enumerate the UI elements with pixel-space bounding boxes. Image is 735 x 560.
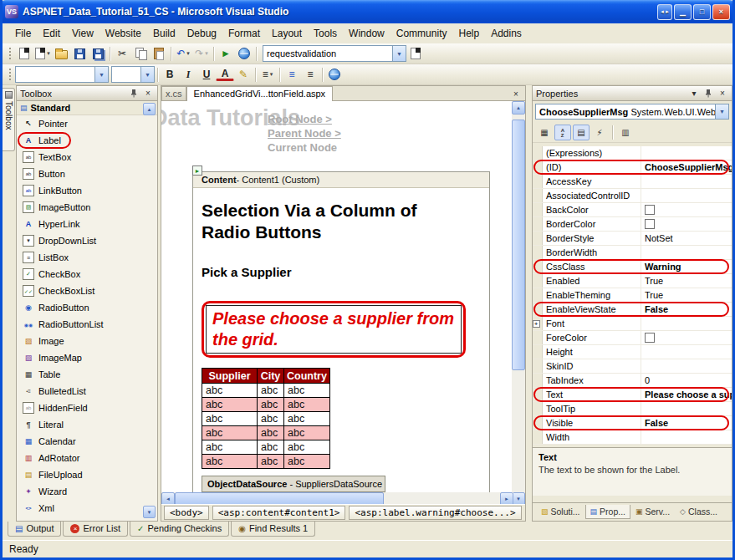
chevron-down-icon[interactable]: ▾	[688, 88, 700, 99]
property-row-enableviewstate[interactable]: EnableViewStateFalse	[533, 303, 732, 317]
property-row-forecolor[interactable]: ForeColor	[533, 331, 732, 345]
menu-community[interactable]: Community	[390, 25, 453, 42]
scroll-up-icon[interactable]: ▲	[512, 101, 525, 115]
underline-button[interactable]: U	[197, 66, 216, 84]
toolbox-scroll-up-icon[interactable]: ▲	[143, 103, 156, 115]
toolbox-item-button[interactable]: abButton	[17, 165, 157, 182]
toolbox-item-image[interactable]: ▨Image	[17, 333, 157, 349]
toolbox-side-tab[interactable]: Toolbox	[3, 88, 15, 151]
close-icon[interactable]: ×	[142, 88, 154, 99]
property-row-skinid[interactable]: SkinID	[533, 359, 732, 374]
toolbox-item-bulletedlist[interactable]: •≡BulletedList	[17, 383, 157, 400]
toolbox-item-checkboxlist[interactable]: ✓✓CheckBoxList	[17, 283, 157, 299]
property-value[interactable]	[641, 333, 732, 343]
toolbox-item-label[interactable]: ALabel	[17, 132, 157, 149]
toolbox-item-wizard[interactable]: ✦Wizard	[17, 483, 157, 500]
property-value[interactable]	[641, 205, 732, 215]
warning-label[interactable]: Please choose a supplier from the grid.	[206, 305, 462, 354]
vertical-scroll-thumb[interactable]	[512, 120, 525, 370]
find-options-button[interactable]	[406, 45, 425, 63]
tag-path-asp-content-content1[interactable]: <asp:content#content1>	[212, 506, 346, 520]
menu-edit[interactable]: Edit	[37, 25, 66, 42]
toolbox-group-standard[interactable]: ▤ Standard	[17, 101, 157, 115]
bulleted-list-button[interactable]: ≡	[301, 66, 319, 84]
toolbox-item-linkbutton[interactable]: abLinkButton	[17, 182, 157, 199]
property-row-text[interactable]: TextPlease choose a suppli	[533, 388, 732, 402]
toolbox-item-dropdownlist[interactable]: ▾DropDownList	[17, 232, 157, 249]
property-row-id[interactable]: (ID)ChooseSupplierMsg	[533, 160, 732, 175]
cut-button[interactable]: ✂	[113, 45, 131, 63]
property-row-backcolor[interactable]: BackColor	[533, 203, 732, 217]
property-row-visible[interactable]: VisibleFalse	[533, 416, 732, 430]
pin-icon[interactable]	[128, 88, 140, 99]
toolbox-item-calendar[interactable]: ▦Calendar	[17, 433, 157, 450]
toolbox-item-textbox[interactable]: abTextBox	[17, 149, 157, 165]
property-row-bordercolor[interactable]: BorderColor	[533, 217, 732, 232]
tab-find-results-1[interactable]: ◉Find Results 1	[231, 522, 315, 537]
toolbox-item-hyperlink[interactable]: AHyperLink	[17, 216, 157, 232]
suppliers-gridview[interactable]: SupplierCityCountry abcabcabcabcabcabcab…	[202, 368, 330, 469]
toolbox-item-radiobuttonlist[interactable]: ◉◉RadioButtonList	[17, 316, 157, 333]
maximize-button[interactable]: □	[693, 4, 711, 20]
alphabetical-sort-icon[interactable]: AZ	[554, 125, 571, 140]
tab-code-file[interactable]: x.cs	[161, 86, 186, 100]
menu-layout[interactable]: Layout	[266, 25, 308, 42]
tab-class[interactable]: ◇Class...	[675, 504, 722, 519]
menu-help[interactable]: Help	[452, 25, 485, 42]
property-row-accesskey[interactable]: AccessKey	[533, 175, 732, 189]
events-lightning-icon[interactable]: ⚡	[591, 125, 608, 140]
property-value[interactable]: ChooseSupplierMsg	[641, 162, 732, 172]
combo-dropdown-icon[interactable]: ▼	[140, 67, 154, 82]
undo-button[interactable]: ↶▾	[174, 45, 192, 63]
property-row-cssclass[interactable]: CssClassWarning	[533, 260, 732, 274]
start-debug-button[interactable]: ►	[217, 45, 235, 63]
combo-dropdown-icon[interactable]: ▼	[715, 104, 728, 119]
categorized-icon[interactable]: ▦	[536, 125, 553, 140]
properties-view-icon[interactable]: ▤	[573, 125, 590, 140]
toolbox-item-literal[interactable]: ¶Literal	[17, 416, 157, 433]
objectdatasource-control[interactable]: ObjectDataSource - SuppliersDataSource	[202, 476, 385, 492]
property-value[interactable]: False	[641, 418, 732, 428]
menu-tools[interactable]: Tools	[308, 25, 343, 42]
font-color-button[interactable]: A	[216, 68, 234, 81]
menu-build[interactable]: Build	[147, 25, 181, 42]
property-row-associatedcontrolid[interactable]: AssociatedControlID	[533, 189, 732, 203]
toolbox-item-checkbox[interactable]: ✓CheckBox	[17, 266, 157, 283]
window-switch-button[interactable]: ◄►	[657, 4, 672, 20]
tab-serv[interactable]: ▣Serv...	[630, 504, 675, 519]
paste-button[interactable]	[150, 45, 168, 63]
toolbox-item-table[interactable]: ▦Table	[17, 366, 157, 383]
property-row-borderwidth[interactable]: BorderWidth	[533, 246, 732, 260]
toolbox-item-adrotator[interactable]: ▥AdRotator	[17, 450, 157, 466]
combo-dropdown-icon[interactable]: ▼	[94, 67, 108, 82]
property-value[interactable]: NotSet	[641, 233, 732, 243]
toolbox-item-listbox[interactable]: ≡ListBox	[17, 249, 157, 266]
add-item-button[interactable]: ▾	[33, 45, 52, 63]
property-value[interactable]: Please choose a suppli	[641, 389, 732, 400]
property-row-font[interactable]: +Font	[533, 317, 732, 331]
toolbox-header[interactable]: Toolbox ×	[17, 86, 157, 101]
property-pages-icon[interactable]: ▥	[617, 125, 634, 140]
toolbox-item-imagemap[interactable]: ▨ImageMap	[17, 349, 157, 366]
toolbar-grip[interactable]	[8, 68, 12, 82]
tab-error-list[interactable]: ×Error List	[63, 522, 128, 537]
menu-view[interactable]: View	[66, 25, 100, 42]
toolbox-item-xml[interactable]: <>Xml	[17, 500, 157, 517]
open-file-button[interactable]	[52, 45, 70, 63]
save-button[interactable]	[70, 45, 89, 63]
font-size-combo[interactable]: ▼	[111, 66, 155, 83]
save-all-button[interactable]	[89, 45, 107, 63]
browse-button[interactable]	[235, 45, 253, 63]
menu-addins[interactable]: Addins	[485, 25, 528, 42]
bold-button[interactable]: B	[161, 66, 179, 84]
tab-pending-checkins[interactable]: ✓Pending Checkins	[130, 522, 229, 537]
numbered-list-button[interactable]: ≡	[283, 66, 301, 84]
editor-vertical-scrollbar[interactable]: ▲ ▼	[512, 101, 525, 506]
property-row-enabletheming[interactable]: EnableThemingTrue	[533, 288, 732, 303]
combo-dropdown-icon[interactable]: ▼	[392, 46, 406, 61]
tag-path-asp-label-warning-choose[interactable]: <asp:label.warning#choose...>	[349, 506, 521, 520]
property-row-width[interactable]: Width	[533, 430, 732, 445]
properties-header[interactable]: Properties ▾ ×	[533, 86, 732, 101]
property-value[interactable]: False	[641, 304, 732, 314]
menu-window[interactable]: Window	[343, 25, 390, 42]
